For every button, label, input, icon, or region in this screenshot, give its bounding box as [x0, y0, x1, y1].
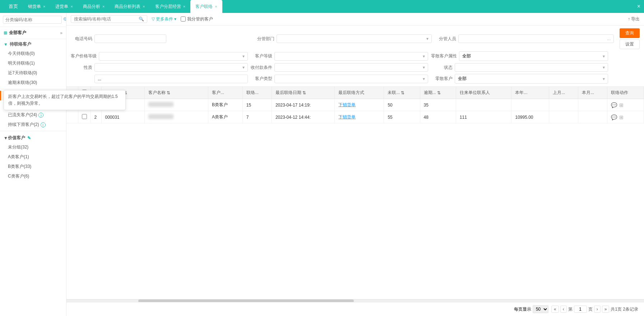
sort-date-icon[interactable]: ⇅: [302, 90, 306, 95]
nav-product-list[interactable]: 商品分析列表 ×: [110, 0, 150, 13]
lost-info-icon[interactable]: i: [38, 113, 43, 118]
filter-cell-customer-type: 客户类型 ▾: [251, 75, 428, 83]
nav-home[interactable]: 首页: [4, 0, 23, 13]
row1-unread: 50: [384, 99, 420, 111]
sidebar-item-tomorrow[interactable]: 明天待联络(1): [0, 58, 66, 68]
close-all-tabs-button[interactable]: ×: [637, 3, 640, 10]
settings-button[interactable]: 设置: [620, 39, 640, 49]
close-product-analysis-icon[interactable]: ×: [102, 4, 105, 9]
sidebar-item-b-class[interactable]: B类客户(33): [0, 162, 66, 171]
row2-chat-icon[interactable]: 💬: [611, 114, 617, 120]
declining-info-icon[interactable]: i: [41, 122, 46, 127]
row2-this-month: [578, 111, 607, 123]
pending-triangle-icon: ▼: [4, 42, 8, 47]
row1-chat-icon[interactable]: 💬: [611, 102, 617, 108]
nav-customer-tier[interactable]: 客户分层经营 ×: [150, 0, 190, 13]
row2-name: [145, 111, 208, 123]
row1-this-year: [511, 99, 549, 111]
customer-search-input[interactable]: [74, 16, 139, 22]
price-level-arrow-icon: ▾: [242, 54, 245, 59]
sidebar-item-overdue[interactable]: 逾期未联络(30): [0, 78, 66, 88]
close-sales-icon[interactable]: ×: [43, 4, 45, 9]
row1-contact: 15: [242, 99, 272, 111]
sidebar-item-unclassified[interactable]: 未分组(32): [0, 142, 66, 152]
payment-select[interactable]: ▾: [274, 63, 428, 72]
col-last-contact-way: 最后联络方式: [335, 87, 384, 99]
row2-contact: 7: [242, 111, 272, 123]
export-button[interactable]: ↑ 导出: [628, 16, 640, 22]
col-action: 联络动作: [607, 87, 644, 99]
sparse-customer-arrow-icon: ▾: [603, 76, 605, 81]
dept-select[interactable]: ▾: [277, 34, 432, 43]
sidebar-item-7days[interactable]: 近7天待联络(0): [0, 68, 66, 78]
next-page-button[interactable]: ›: [594, 306, 601, 313]
close-product-list-icon[interactable]: ×: [143, 4, 145, 9]
row1-more-icon[interactable]: ⊞: [619, 102, 624, 108]
filter-cell-sparse-attr: 零散客户属性 全部 ▾: [431, 51, 608, 61]
phone-input[interactable]: [94, 34, 166, 43]
row2-last-contact-way[interactable]: 下销货单: [335, 111, 384, 123]
page-number-input[interactable]: [574, 306, 587, 313]
nav-sales[interactable]: 销货单 ×: [23, 0, 50, 13]
sidebar-divider-2: [0, 131, 66, 131]
row1-name: [145, 99, 208, 111]
sparse-attr-select[interactable]: 全部 ▾: [459, 51, 608, 61]
row2-last-contact-date: 2023-04-12 14:44:: [272, 111, 334, 123]
collapse-sidebar-button[interactable]: »: [60, 30, 62, 36]
sort-overdue-icon[interactable]: ⇅: [437, 90, 441, 95]
more-conditions-button[interactable]: ▽ 更多条件 ▾: [152, 16, 176, 22]
close-customer-tier-icon[interactable]: ×: [183, 4, 185, 9]
customer-type-select[interactable]: ▾: [274, 75, 428, 83]
row2-select-checkbox[interactable]: [82, 114, 87, 119]
col-this-year: 本年...: [511, 87, 549, 99]
prev-page-button[interactable]: ‹: [560, 306, 567, 313]
sparse-attr-label: 零散客户属性: [431, 53, 457, 59]
nature-select[interactable]: ▾: [94, 63, 248, 72]
nav-customer-contact[interactable]: 客户联络 ×: [190, 0, 222, 13]
customer-type-label: 客户类型: [251, 76, 272, 82]
sort-unread-icon[interactable]: ⇅: [401, 90, 404, 95]
row2-more-icon[interactable]: ⊞: [619, 114, 624, 120]
customer-level-select[interactable]: ▾: [274, 52, 428, 61]
pending-group-label[interactable]: ▼ 待联络客户: [0, 39, 66, 49]
dept-arrow-icon: ▾: [426, 36, 428, 41]
row1-contacts: [456, 99, 511, 111]
sidebar-item-a-class[interactable]: A类客户(1): [0, 152, 66, 162]
first-page-button[interactable]: «: [551, 306, 559, 313]
sidebar-search-input[interactable]: [3, 16, 62, 24]
table-row: 2 000031 A类客户 7 2023-04-12 14:44: 下销货单 5…: [66, 111, 644, 123]
horizontal-scrollbar[interactable]: [66, 299, 644, 302]
payment-label: 收付款条件: [251, 65, 272, 71]
customer-search-icon[interactable]: 🔍: [139, 16, 144, 22]
filter-cell-payment: 收付款条件 ▾: [251, 63, 428, 72]
nav-product-analysis[interactable]: 商品分析 ×: [78, 0, 110, 13]
row2-index: 2: [91, 111, 101, 123]
col-type: 客户...: [208, 87, 243, 99]
manager-select[interactable]: ...: [458, 34, 614, 43]
price-level-select[interactable]: ▾: [99, 52, 248, 61]
close-customer-contact-icon[interactable]: ×: [215, 4, 217, 9]
row2-contacts: 111: [456, 111, 511, 123]
per-page-select[interactable]: 50: [533, 305, 548, 313]
last-page-button[interactable]: »: [602, 306, 610, 313]
extra-dots[interactable]: ...: [94, 75, 248, 83]
row1-last-contact-way[interactable]: 下销货单: [335, 99, 384, 111]
close-purchase-icon[interactable]: ×: [70, 4, 73, 9]
value-group-label[interactable]: ▼ 价值客户 ✎: [0, 133, 66, 142]
sidebar-search-icon[interactable]: 🔍: [63, 17, 66, 22]
sidebar-item-lost[interactable]: 已流失客户(24) i: [0, 110, 66, 120]
status-select[interactable]: ▾: [455, 63, 608, 72]
col-last-contact-date: 最后联络日期 ⇅: [272, 87, 334, 99]
sort-name-icon[interactable]: ⇅: [167, 90, 170, 95]
sparse-customer-label: 零散客户: [431, 76, 453, 82]
sidebar-item-declining[interactable]: 持续下滑客户(2) i: [0, 120, 66, 129]
sparse-customer-select[interactable]: 全部 ▾: [455, 74, 608, 84]
query-button[interactable]: 查询: [620, 28, 640, 38]
nav-purchase[interactable]: 进货单 ×: [50, 0, 78, 13]
value-group-edit-icon[interactable]: ✎: [27, 136, 31, 141]
sidebar-item-c-class[interactable]: C类客户(6): [0, 171, 66, 181]
my-customers-checkbox[interactable]: 我分管的客户: [181, 16, 213, 22]
filter-cell-phone: 电话号码: [71, 34, 250, 43]
sidebar-item-today[interactable]: 今天待联络(0): [0, 49, 66, 58]
my-customers-check[interactable]: [181, 16, 186, 22]
